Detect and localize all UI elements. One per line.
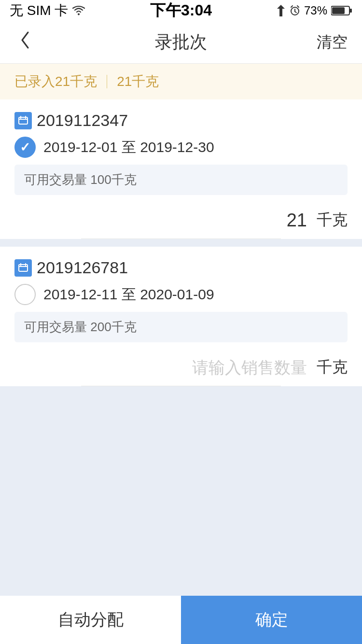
- amount-value-1: 21: [287, 210, 307, 231]
- amount-unit-2: 千克: [317, 357, 348, 378]
- info-banner: 已录入21千克 21千克: [0, 64, 362, 99]
- batch-date-2: 2019-12-11 至 2020-01-09: [43, 285, 214, 305]
- batch-date-1: 2019-12-01 至 2019-12-30: [43, 138, 214, 157]
- clear-button[interactable]: 清空: [317, 32, 348, 53]
- batch-availability-1: 可用交易量 100千克: [14, 165, 348, 195]
- nav-bar: 录批次 清空: [0, 21, 362, 64]
- amount-unit-1: 千克: [317, 210, 348, 231]
- batch-id-1: 2019112347: [37, 111, 128, 130]
- batch-item-2: 2019126781 2019-12-11 至 2020-01-09 可用交易量…: [0, 247, 362, 386]
- status-time: 下午3:04: [150, 0, 212, 21]
- batch-availability-2: 可用交易量 200千克: [14, 312, 348, 342]
- svg-rect-13: [19, 265, 28, 271]
- svg-rect-8: [332, 7, 345, 14]
- status-indicators: 73%: [276, 4, 352, 17]
- batch-icon-1: [14, 112, 32, 129]
- location-icon: [276, 5, 286, 16]
- wifi-icon: [72, 5, 85, 16]
- banner-divider: [107, 75, 107, 88]
- svg-line-3: [295, 12, 296, 13]
- bottom-buttons: 自动分配 确定: [0, 596, 362, 644]
- alarm-icon: [290, 5, 300, 16]
- confirm-button[interactable]: 确定: [181, 596, 362, 644]
- batch-date-row-2[interactable]: 2019-12-11 至 2020-01-09: [14, 284, 348, 305]
- section-divider: [0, 239, 362, 247]
- status-bar: 无 SIM 卡 下午3:04 73%: [0, 0, 362, 21]
- page-title: 录批次: [155, 30, 207, 54]
- total-label: 21千克: [117, 72, 159, 91]
- batch-item-1: 2019112347 2019-12-01 至 2019-12-30 可用交易量…: [0, 99, 362, 239]
- battery-icon: [331, 5, 352, 16]
- svg-rect-9: [19, 117, 28, 124]
- radio-1[interactable]: [14, 137, 36, 158]
- empty-area: [0, 386, 362, 599]
- svg-rect-7: [349, 9, 352, 13]
- back-button[interactable]: [14, 26, 36, 59]
- svg-line-5: [297, 6, 299, 7]
- batch-date-row-1[interactable]: 2019-12-01 至 2019-12-30: [14, 137, 348, 158]
- amount-input-2[interactable]: [162, 358, 307, 377]
- svg-point-0: [78, 14, 80, 15]
- batch-id-2: 2019126781: [37, 258, 128, 277]
- batch-header-2: 2019126781: [14, 258, 348, 277]
- auto-distribute-button[interactable]: 自动分配: [0, 596, 181, 644]
- batch-icon-2: [14, 259, 32, 277]
- carrier-text: 无 SIM 卡: [10, 1, 68, 20]
- status-carrier: 无 SIM 卡: [10, 1, 85, 20]
- batch-amount-row-1: 21 千克: [14, 205, 348, 238]
- battery-text: 73%: [304, 4, 327, 17]
- batch-amount-row-2[interactable]: 千克: [14, 352, 348, 386]
- svg-line-4: [291, 6, 292, 7]
- radio-2[interactable]: [14, 284, 36, 305]
- batch-header-1: 2019112347: [14, 111, 348, 130]
- recorded-label: 已录入21千克: [14, 72, 97, 91]
